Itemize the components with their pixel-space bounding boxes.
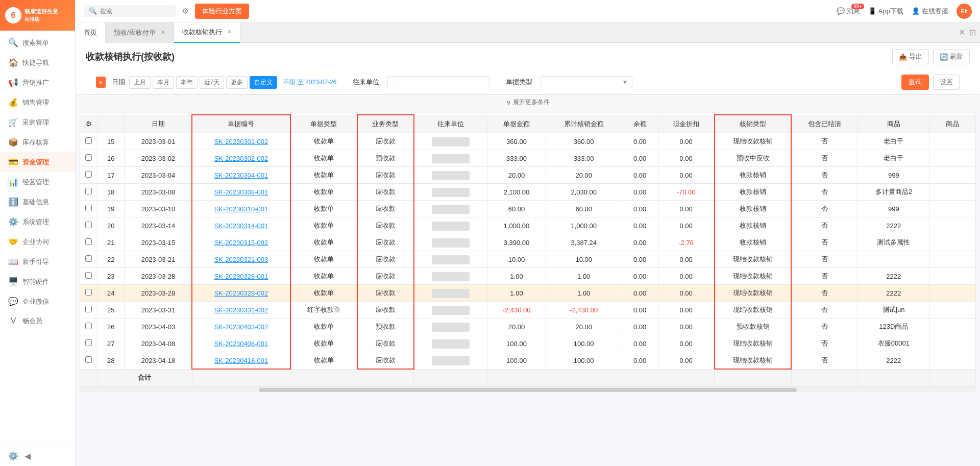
expand-conditions-button[interactable]: ∨ 展开更多条件 — [506, 98, 550, 107]
sidebar-item-quick-nav[interactable]: 🏠快捷导航 — [0, 53, 75, 72]
bill-no-link[interactable]: SK-20230403-002 — [214, 323, 268, 331]
sidebar-item-purchase[interactable]: 🛒采购管理 — [0, 112, 75, 132]
row-checkbox[interactable] — [85, 306, 92, 312]
query-button[interactable]: 查询 — [901, 75, 929, 90]
cell-bill-no[interactable]: SK-20230304-001 — [192, 167, 290, 184]
row-checkbox[interactable] — [85, 339, 92, 346]
cell-bill-no[interactable]: SK-20230302-002 — [192, 150, 290, 167]
tab-home[interactable]: 首页 — [76, 22, 106, 43]
tab-prereceipt-close[interactable]: ✕ — [161, 29, 165, 36]
partner-filter-input[interactable]: ... — [387, 76, 489, 88]
row-checkbox[interactable] — [85, 222, 92, 228]
bill-no-link[interactable]: SK-20230314-001 — [214, 222, 268, 230]
row-checkbox[interactable] — [85, 188, 92, 194]
cell-checkbox[interactable] — [80, 201, 97, 217]
sidebar-item-wechat[interactable]: 💬企业微信 — [0, 291, 75, 311]
cell-bill-no[interactable]: SK-20230331-002 — [192, 302, 290, 318]
cell-bill-no[interactable]: SK-20230328-002 — [192, 285, 290, 302]
cell-checkbox[interactable] — [80, 150, 97, 167]
tab-close-icon[interactable]: ✕ — [959, 28, 965, 37]
sidebar-item-basic[interactable]: ℹ️基础信息 — [0, 192, 75, 212]
cell-bill-no[interactable]: SK-20230301-002 — [192, 133, 290, 150]
row-checkbox[interactable] — [85, 323, 92, 329]
cell-bill-no[interactable]: SK-20230310-001 — [192, 201, 290, 217]
cell-checkbox[interactable] — [80, 302, 97, 318]
col-header-settings[interactable]: ⚙ — [80, 115, 97, 133]
sidebar-item-system[interactable]: ⚙️系统管理 — [0, 212, 75, 232]
bill-no-link[interactable]: SK-20230308-001 — [214, 188, 268, 196]
cell-checkbox[interactable] — [80, 184, 97, 201]
export-button[interactable]: 📤 导出 — [892, 49, 929, 64]
tab-receipt-verify[interactable]: 收款核销执行 ✕ — [174, 22, 240, 43]
sidebar-item-enterprise[interactable]: 🤝企业协同 — [0, 232, 75, 252]
sidebar-item-member[interactable]: V畅会员 — [0, 311, 75, 331]
collapse-filter-icon[interactable]: » — [96, 77, 106, 88]
horizontal-scrollbar[interactable] — [80, 386, 976, 393]
date-btn-this-month[interactable]: 本月 — [153, 76, 174, 89]
sidebar-settings-icon[interactable]: ⚙️ — [8, 451, 18, 461]
bill-no-link[interactable]: SK-20230310-001 — [214, 205, 268, 213]
date-btn-this-year[interactable]: 本年 — [176, 76, 198, 89]
sidebar-item-hardware[interactable]: 🖥️智能硬件 — [0, 272, 75, 291]
sidebar-item-inventory[interactable]: 📦库存核算 — [0, 132, 75, 152]
bill-no-link[interactable]: SK-20230408-001 — [214, 340, 268, 348]
sidebar-item-operation[interactable]: 📊经营管理 — [0, 172, 75, 192]
cell-checkbox[interactable] — [80, 217, 97, 234]
date-btn-custom[interactable]: 自定义 — [250, 76, 277, 89]
cell-bill-no[interactable]: SK-20230308-001 — [192, 184, 290, 201]
bill-no-link[interactable]: SK-20230315-002 — [214, 239, 268, 247]
row-checkbox[interactable] — [85, 356, 92, 363]
cell-checkbox[interactable] — [80, 285, 97, 302]
row-checkbox[interactable] — [85, 289, 92, 296]
cell-checkbox[interactable] — [80, 251, 97, 268]
user-avatar[interactable]: Rit — [957, 4, 972, 19]
refresh-button[interactable]: 🔄 刷新 — [933, 49, 970, 64]
row-checkbox[interactable] — [85, 137, 92, 144]
cell-checkbox[interactable] — [80, 335, 97, 352]
cell-bill-no[interactable]: SK-20230321-003 — [192, 251, 290, 268]
sidebar-item-finance[interactable]: 💳资金管理 — [0, 152, 75, 172]
date-btn-more[interactable]: 更多 — [226, 76, 248, 89]
bill-no-link[interactable]: SK-20230301-002 — [214, 138, 268, 145]
message-button[interactable]: 💬 消息 99+ — [837, 7, 860, 16]
cell-bill-no[interactable]: SK-20230403-002 — [192, 318, 290, 335]
cell-bill-no[interactable]: SK-20230418-001 — [192, 352, 290, 370]
bill-no-link[interactable]: SK-20230328-002 — [214, 289, 268, 297]
sidebar-item-sales[interactable]: 💰销售管理 — [0, 92, 75, 112]
bill-no-link[interactable]: SK-20230304-001 — [214, 171, 268, 179]
tab-prereceipt[interactable]: 预收/应收付单 ✕ — [106, 22, 174, 43]
cell-checkbox[interactable] — [80, 234, 97, 251]
cell-checkbox[interactable] — [80, 167, 97, 184]
cell-checkbox[interactable] — [80, 133, 97, 150]
receipt-type-select[interactable]: ▼ — [541, 76, 632, 88]
sidebar-collapse-icon[interactable]: ◀ — [24, 451, 31, 461]
row-checkbox[interactable] — [85, 238, 92, 245]
cell-checkbox[interactable] — [80, 268, 97, 285]
topbar-search-container[interactable]: 🔍 — [84, 5, 176, 17]
cell-checkbox[interactable] — [80, 318, 97, 335]
row-checkbox[interactable] — [85, 171, 92, 178]
settings-filter-button[interactable]: 设置 — [933, 75, 960, 90]
sidebar-item-guide[interactable]: 📖新手引导 — [0, 252, 75, 272]
cell-bill-no[interactable]: SK-20230314-001 — [192, 217, 290, 234]
online-service-button[interactable]: 👤 在线客服 — [912, 7, 948, 16]
sidebar-item-marketing[interactable]: 📢营销推广 — [0, 72, 75, 92]
bill-no-link[interactable]: SK-20230302-002 — [214, 155, 268, 162]
search-input[interactable] — [100, 8, 161, 15]
cell-bill-no[interactable]: SK-20230328-001 — [192, 268, 290, 285]
topbar-gear-icon[interactable]: ⚙ — [182, 6, 189, 16]
cell-bill-no[interactable]: SK-20230408-001 — [192, 335, 290, 352]
tab-expand-icon[interactable]: ⊡ — [969, 28, 976, 37]
date-btn-prev-month[interactable]: 上月 — [129, 76, 151, 89]
date-btn-7days[interactable]: 近7天 — [200, 76, 225, 89]
bill-no-link[interactable]: SK-20230331-002 — [214, 306, 268, 314]
bill-no-link[interactable]: SK-20230321-003 — [214, 256, 268, 263]
cell-bill-no[interactable]: SK-20230315-002 — [192, 234, 290, 251]
industry-solution-button[interactable]: 体验行业方案 — [195, 4, 249, 19]
sidebar-item-search[interactable]: 🔍搜索菜单 — [0, 33, 75, 53]
bill-no-link[interactable]: SK-20230418-001 — [214, 357, 268, 364]
row-checkbox[interactable] — [85, 154, 92, 161]
row-checkbox[interactable] — [85, 205, 92, 211]
row-checkbox[interactable] — [85, 272, 92, 279]
cell-checkbox[interactable] — [80, 352, 97, 370]
